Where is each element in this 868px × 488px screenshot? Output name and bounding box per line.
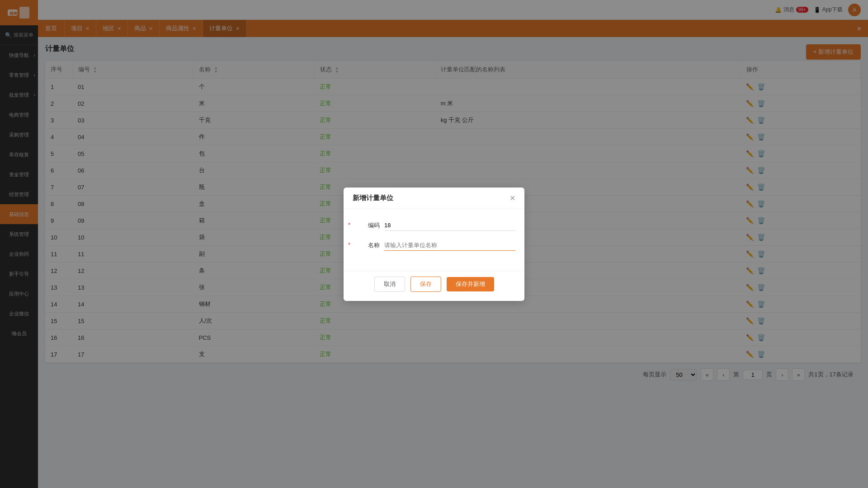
name-input[interactable] bbox=[384, 240, 515, 251]
modal-body: 编码 名称 bbox=[344, 209, 524, 271]
name-form-row: 名称 bbox=[353, 240, 515, 251]
name-label: 名称 bbox=[353, 241, 380, 249]
code-input[interactable] bbox=[384, 220, 515, 231]
code-form-row: 编码 bbox=[353, 220, 515, 231]
modal-header: 新增计量单位 ✕ bbox=[344, 188, 524, 209]
save-button[interactable]: 保存 bbox=[410, 277, 441, 292]
add-unit-modal: 新增计量单位 ✕ 编码 名称 取消 保存 保存并新增 bbox=[344, 188, 524, 301]
modal-footer: 取消 保存 保存并新增 bbox=[344, 271, 524, 301]
cancel-button[interactable]: 取消 bbox=[374, 277, 405, 292]
save-and-new-button[interactable]: 保存并新增 bbox=[447, 277, 494, 291]
modal-overlay: 新增计量单位 ✕ 编码 名称 取消 保存 保存并新增 bbox=[0, 0, 868, 488]
code-label: 编码 bbox=[353, 221, 380, 230]
modal-title: 新增计量单位 bbox=[353, 194, 393, 202]
modal-close-button[interactable]: ✕ bbox=[509, 194, 515, 202]
